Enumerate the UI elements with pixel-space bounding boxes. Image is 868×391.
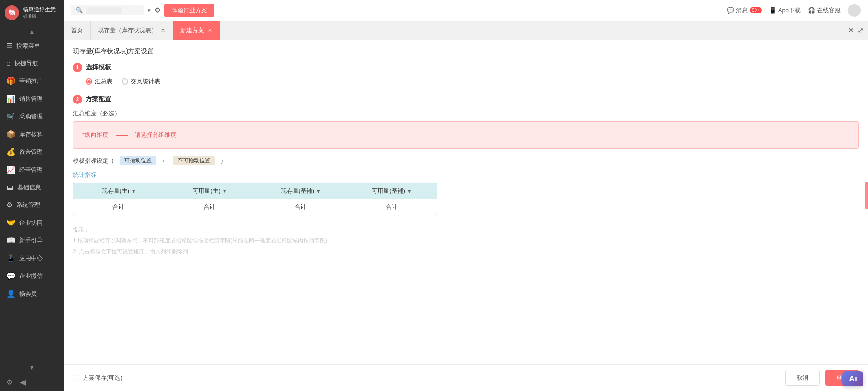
logo-icon: 畅 [5,5,19,20]
tips-section: 提示： 1.拖动标题栏可以调整布局，不可跨维度或指标区域拖动栏目字段(只能在同一… [73,224,859,257]
member-icon: 👤 [6,289,15,298]
sidebar-item-wechat[interactable]: 💬 企业微信 [0,267,64,285]
stats-col-2[interactable]: 现存量(基辅) ▾ [255,183,347,199]
sidebar-item-sales[interactable]: 📊 销售管理 [0,90,64,108]
sidebar-item-marketing[interactable]: 🎁 营销推广 [0,72,64,90]
tab-inventory[interactable]: 现存量（库存状况表） ✕ [91,21,173,40]
sidebar-item-label: 新手引导 [19,237,43,245]
sidebar-item-label: 资金管理 [19,148,43,156]
stats-col-3[interactable]: 可用量(基辅) ▾ [346,183,437,199]
stats-col-1-dropdown[interactable]: ▾ [223,188,226,195]
sidebar-item-system[interactable]: ⚙ 系统管理 [0,196,64,214]
sidebar-item-label: 销售管理 [19,95,43,103]
save-option: 方案保存(可选) [73,374,123,382]
basic-icon: 🗂 [6,183,14,191]
topbar-dropdown[interactable]: ▾ [148,7,151,14]
sidebar-item-inventory[interactable]: 📦 库存核算 [0,125,64,143]
dimension-divider: —— [116,132,128,139]
stats-col-1[interactable]: 可用量(主) ▾ [164,183,255,199]
tab-close-icon[interactable]: ✕ [848,26,854,35]
sidebar-item-basic[interactable]: 🗂 基础信息 [0,179,64,196]
tab-home[interactable]: 首页 [64,21,91,40]
tab-new-plan[interactable]: 新建方案 ✕ [173,21,220,40]
home-icon: ⌂ [6,59,11,67]
sidebar-item-label: 采购管理 [19,113,43,121]
page-title: 现存量(库存状况表)方案设置 [73,47,859,56]
stats-col-0-label: 现存量(主) [102,187,130,195]
stats-section-title: 统计指标 [73,171,859,179]
search-icon: 🔍 [76,7,83,14]
settings-icon[interactable]: ⚙ [6,378,13,386]
sidebar-scroll-down[interactable]: ▼ [0,362,64,373]
radio-summary[interactable]: 汇总表 [86,77,112,86]
sidebar-item-guide[interactable]: 📖 新手引导 [0,232,64,249]
sidebar-item-apps[interactable]: 📱 应用中心 [0,249,64,267]
dimension-area: *纵向维度 —— 请选择分组维度 [73,121,859,149]
sidebar-item-purchase[interactable]: 🛒 采购管理 [0,108,64,125]
app-download-item[interactable]: 📱 App下载 [769,6,801,15]
vertical-dim-label: *纵向维度 [82,131,108,139]
stats-table-header: 现存量(主) ▾ 可用量(主) ▾ 现存量(基辅) ▾ [73,183,437,199]
radio-cross[interactable]: 交叉统计表 [122,77,160,86]
stats-cell-0-0: 合计 [73,199,164,215]
cancel-button[interactable]: 取消 [785,370,820,386]
tips-label: 提示： [73,226,89,233]
template-options: 汇总表 交叉统计表 [86,77,859,86]
sidebar-item-label: 库存核算 [19,130,43,139]
management-icon: 📈 [6,165,15,174]
tab-expand-icon[interactable]: ⤢ [858,26,863,35]
message-icon: 💬 [727,7,734,14]
step2-header: 2 方案配置 [73,95,859,104]
search-menu-icon: ☰ [6,41,13,50]
sidebar-scroll-up[interactable]: ▲ [0,26,64,37]
stats-col-1-label: 可用量(主) [193,187,220,195]
sidebar-item-search[interactable]: ☰ 搜索菜单 [0,37,64,55]
radio-cross-label: 交叉统计表 [131,77,160,86]
stats-cell-0-2: 合计 [255,199,347,215]
online-service-label: 在线客服 [817,6,841,15]
search-bar-placeholder [86,7,122,14]
step1-title: 选择模板 [86,63,111,72]
topbar-settings-icon[interactable]: ⚙ [154,6,161,15]
sidebar-item-management[interactable]: 📈 经营管理 [0,161,64,179]
user-avatar[interactable] [848,4,861,17]
messages-item[interactable]: 💬 消息 99+ [727,6,762,15]
metrics-close-paren: ） [220,157,226,165]
trial-button[interactable]: 体验行业方案 [164,4,214,17]
metrics-settings: 模板指标设定（ 可拖动位置 ） 不可拖动位置 ） [73,156,859,165]
topbar: 🔍 ▾ ⚙ 体验行业方案 💬 消息 99+ 📱 App下载 🎧 在线客服 [64,0,868,21]
sales-icon: 📊 [6,94,15,103]
sidebar-item-nav[interactable]: ⌂ 快捷导航 [0,55,64,72]
metrics-label: 模板指标设定（ [73,157,114,165]
sidebar-item-label: 畅会员 [19,290,37,298]
tab-new-plan-close[interactable]: ✕ [208,27,212,34]
stats-col-0[interactable]: 现存量(主) ▾ [73,183,164,199]
step1-badge: 1 [73,63,82,72]
topbar-right: 💬 消息 99+ 📱 App下载 🎧 在线客服 [727,4,861,17]
step1-header: 1 选择模板 [73,63,859,72]
sidebar-item-member[interactable]: 👤 畅会员 [0,285,64,303]
sidebar-item-label: 经营管理 [19,166,43,174]
stats-cell-0-1: 合计 [164,199,255,215]
sidebar-bottom: ⚙ ◀ [0,373,64,391]
sidebar-item-label: 应用中心 [19,254,43,262]
stats-col-2-dropdown[interactable]: ▾ [317,188,320,195]
stats-col-2-label: 现存量(基辅) [281,187,315,195]
sidebar-item-finance[interactable]: 💰 资金管理 [0,143,64,161]
online-service-item[interactable]: 🎧 在线客服 [808,6,841,15]
marketing-icon: 🎁 [6,77,15,85]
stats-col-0-dropdown[interactable]: ▾ [132,188,135,195]
right-side-handle[interactable] [865,182,868,209]
sidebar: 畅 畅康通好生意 标准版 ▲ ☰ 搜索菜单 ⌂ 快捷导航 🎁 营销推广 📊 销售… [0,0,64,391]
stats-col-3-dropdown[interactable]: ▾ [408,188,411,195]
stats-table-row: 合计 合计 合计 合计 [73,199,437,215]
sidebar-item-collab[interactable]: 🤝 企业协同 [0,214,64,232]
tab-inventory-close[interactable]: ✕ [161,27,165,34]
save-checkbox[interactable] [73,375,79,381]
dimension-placeholder[interactable]: 请选择分组维度 [135,131,176,139]
ai-badge[interactable]: Ai [842,371,863,386]
sidebar-toggle-icon[interactable]: ◀ [20,378,26,386]
sidebar-item-label: 搜索菜单 [16,42,40,50]
messages-label: 消息 [736,6,748,15]
main-wrap: 🔍 ▾ ⚙ 体验行业方案 💬 消息 99+ 📱 App下载 🎧 在线客服 [64,0,868,391]
